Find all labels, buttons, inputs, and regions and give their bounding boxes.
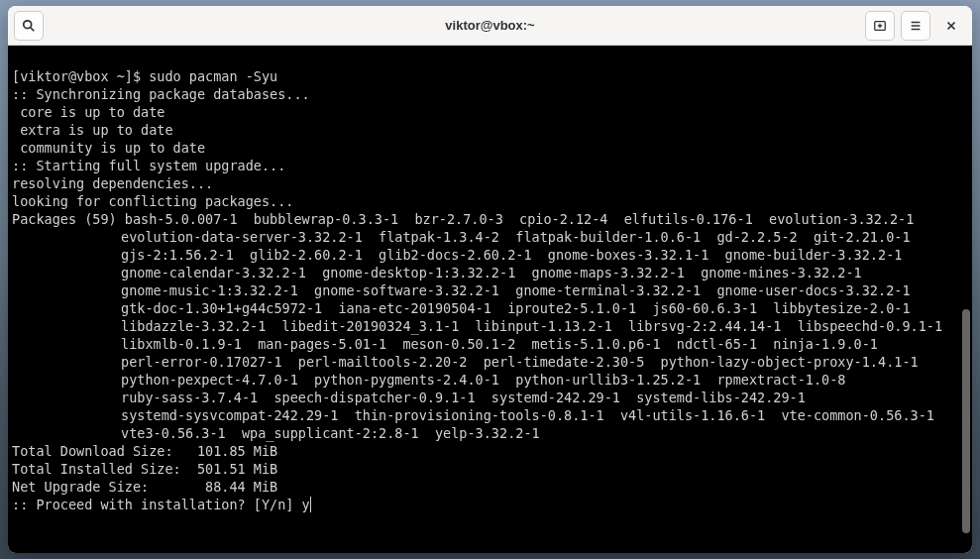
output-line: :: Starting full system upgrade... <box>10 157 970 174</box>
output-line: core is up to date <box>10 103 970 121</box>
window-title: viktor@vbox:~ <box>8 18 972 33</box>
search-icon <box>22 19 36 33</box>
header-right <box>865 11 966 41</box>
search-button[interactable] <box>14 11 44 41</box>
new-tab-button[interactable] <box>865 11 895 41</box>
proceed-answer: y <box>302 497 310 512</box>
packages-row: systemd-sysvcompat-242.29-1 thin-provisi… <box>10 406 970 424</box>
packages-row: libxmlb-0.1.9-1 man-pages-5.01-1 meson-0… <box>10 335 970 353</box>
new-tab-icon <box>873 19 887 33</box>
command: sudo pacman -Syu <box>149 68 277 84</box>
terminal-window: viktor@vbox:~ [viktor@vbox ~]$ sudo pacm… <box>8 6 972 553</box>
packages-row: gnome-music-1:3.32.2-1 gnome-software-3.… <box>10 281 970 299</box>
close-icon <box>944 19 958 33</box>
packages-row: gnome-calendar-3.32.2-1 gnome-desktop-1:… <box>10 264 970 281</box>
prompt-line: [viktor@vbox ~]$ sudo pacman -Syu <box>10 67 970 85</box>
packages-row: libdazzle-3.32.2-1 libedit-20190324_3.1-… <box>10 317 970 335</box>
close-button[interactable] <box>936 11 966 41</box>
packages-row: gjs-2:1.56.2-1 glib2-2.60.2-1 glib2-docs… <box>10 246 970 264</box>
size-line: Net Upgrade Size: 88.44 MiB <box>10 478 970 496</box>
proceed-prompt: :: Proceed with installation? [Y/n] <box>12 497 302 512</box>
packages-row: ruby-sass-3.7.4-1 speech-dispatcher-0.9.… <box>10 389 970 406</box>
output-line: extra is up to date <box>10 121 970 139</box>
packages-line: Packages (59) bash-5.0.007-1 bubblewrap-… <box>10 210 970 228</box>
packages-row: gtk-doc-1.30+1+g44c5972-1 iana-etc-20190… <box>10 299 970 317</box>
svg-point-0 <box>24 20 32 28</box>
menu-button[interactable] <box>901 11 930 41</box>
packages-row: evolution-data-server-3.32.2-1 flatpak-1… <box>10 228 970 246</box>
prompt: [viktor@vbox ~]$ <box>12 68 149 84</box>
packages-row: perl-error-0.17027-1 perl-mailtools-2.20… <box>10 353 970 371</box>
svg-line-1 <box>31 27 35 31</box>
packages-row: bash-5.0.007-1 bubblewrap-0.3.3-1 bzr-2.… <box>125 211 915 227</box>
terminal-area[interactable]: [viktor@vbox ~]$ sudo pacman -Syu:: Sync… <box>8 46 972 553</box>
size-line: Total Installed Size: 501.51 MiB <box>10 460 970 478</box>
proceed-line: :: Proceed with installation? [Y/n] y <box>10 496 970 513</box>
packages-header: Packages (59) <box>12 211 125 227</box>
packages-row: python-pexpect-4.7.0-1 python-pygments-2… <box>10 371 970 389</box>
size-line: Total Download Size: 101.85 MiB <box>10 442 970 460</box>
hamburger-icon <box>909 19 923 33</box>
output-line: :: Synchronizing package databases... <box>10 85 970 103</box>
scrollbar[interactable] <box>962 56 970 543</box>
titlebar: viktor@vbox:~ <box>8 6 972 46</box>
output-line: community is up to date <box>10 139 970 157</box>
packages-row: vte3-0.56.3-1 wpa_supplicant-2:2.8-1 yel… <box>10 424 970 442</box>
output-line: resolving dependencies... <box>10 174 970 192</box>
cursor <box>310 497 311 512</box>
scroll-thumb[interactable] <box>962 309 970 533</box>
output-line: looking for conflicting packages... <box>10 192 970 210</box>
